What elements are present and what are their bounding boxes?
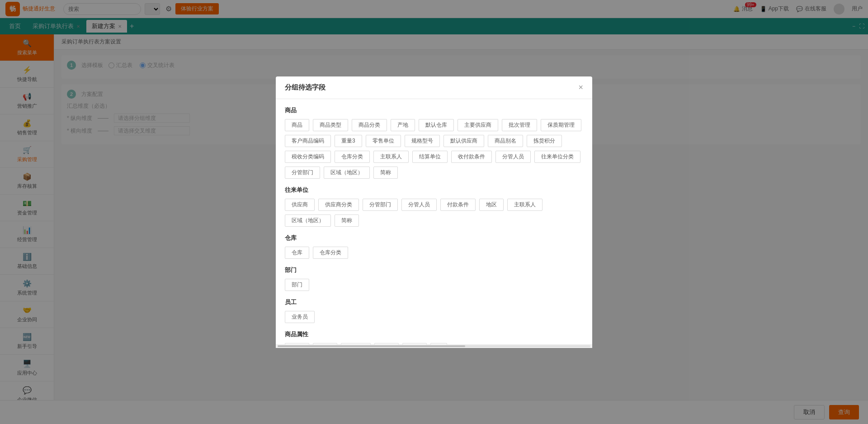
field-tag[interactable]: 保质期管理	[541, 119, 581, 131]
field-tag[interactable]: 仓库分类	[335, 151, 370, 163]
field-tag[interactable]: 部门	[285, 279, 309, 291]
field-tag[interactable]: 商品	[285, 119, 309, 131]
field-tag[interactable]: 收付款条件	[451, 151, 492, 163]
field-tag[interactable]: 分管部门	[363, 199, 398, 211]
field-section-仓库: 仓库仓库仓库分类	[285, 234, 583, 259]
modal-title: 分组待选字段	[285, 83, 326, 92]
field-tag[interactable]: 重量3	[335, 135, 362, 147]
field-tag[interactable]: 产地	[391, 119, 415, 131]
field-tag[interactable]: 仓库	[285, 247, 309, 259]
field-tag[interactable]: 仓库分类	[313, 247, 348, 259]
section-title: 员工	[285, 298, 583, 306]
field-tag[interactable]: 结算单位	[412, 151, 448, 163]
modal-overlay: 分组待选字段 × 商品商品商品类型商品分类产地默认仓库主要供应商批次管理保质期管…	[0, 0, 868, 424]
modal-close-btn[interactable]: ×	[578, 83, 583, 92]
field-tag[interactable]: 商品类型	[313, 119, 348, 131]
field-tags: 商品商品类型商品分类产地默认仓库主要供应商批次管理保质期管理客户商品编码重量3零…	[285, 119, 583, 179]
field-tag[interactable]: 默认供应商	[443, 135, 484, 147]
field-section-商品属性: 商品属性属性颜色多规格尺码鞋码1	[285, 330, 583, 345]
hscroll-thumb	[278, 345, 465, 347]
modal-header: 分组待选字段 ×	[276, 76, 592, 99]
field-tag[interactable]: 分管人员	[401, 199, 437, 211]
field-section-员工: 员工业务员	[285, 298, 583, 323]
field-tag[interactable]: 主联系人	[507, 199, 542, 211]
field-tag[interactable]: 供应商分类	[318, 199, 359, 211]
field-tag[interactable]: 简称	[335, 214, 359, 227]
section-title: 商品	[285, 106, 583, 114]
field-tag[interactable]: 地区	[479, 199, 504, 211]
field-section-往来单位: 往来单位供应商供应商分类分管部门分管人员付款条件地区主联系人区域（地区）简称	[285, 186, 583, 227]
field-tag[interactable]: 往来单位分类	[534, 151, 580, 163]
modal-hscroll[interactable]	[276, 344, 592, 348]
section-title: 商品属性	[285, 330, 583, 338]
section-title: 仓库	[285, 234, 583, 242]
field-tag[interactable]: 区域（地区）	[285, 214, 331, 227]
field-tag[interactable]: 付款条件	[440, 199, 476, 211]
field-tag[interactable]: 主联系人	[373, 151, 409, 163]
field-tag[interactable]: 区域（地区）	[324, 167, 370, 179]
field-tag[interactable]: 分管部门	[285, 167, 320, 179]
section-title: 部门	[285, 266, 583, 274]
hscroll-track	[278, 345, 590, 347]
field-tag[interactable]: 分管人员	[495, 151, 531, 163]
field-tag[interactable]: 拣货积分	[527, 135, 562, 147]
field-tag[interactable]: 客户商品编码	[285, 135, 331, 147]
field-section-部门: 部门部门	[285, 266, 583, 291]
field-tag[interactable]: 默认仓库	[419, 119, 454, 131]
field-tag[interactable]: 简称	[373, 167, 398, 179]
field-tag[interactable]: 业务员	[285, 311, 315, 323]
field-tags: 供应商供应商分类分管部门分管人员付款条件地区主联系人区域（地区）简称	[285, 199, 583, 227]
modal-body: 商品商品商品类型商品分类产地默认仓库主要供应商批次管理保质期管理客户商品编码重量…	[276, 99, 592, 345]
field-tag[interactable]: 批次管理	[502, 119, 537, 131]
field-tag[interactable]: 规格型号	[405, 135, 440, 147]
field-tag[interactable]: 零售单位	[366, 135, 401, 147]
field-tag[interactable]: 供应商	[285, 199, 315, 211]
field-tag[interactable]: 商品别名	[488, 135, 523, 147]
field-tag[interactable]: 商品分类	[352, 119, 387, 131]
field-select-modal: 分组待选字段 × 商品商品商品类型商品分类产地默认仓库主要供应商批次管理保质期管…	[276, 76, 592, 348]
field-section-商品: 商品商品商品类型商品分类产地默认仓库主要供应商批次管理保质期管理客户商品编码重量…	[285, 106, 583, 179]
field-tags: 业务员	[285, 311, 583, 323]
field-tags: 部门	[285, 279, 583, 291]
field-tag[interactable]: 主要供应商	[458, 119, 498, 131]
section-title: 往来单位	[285, 186, 583, 194]
field-tags: 仓库仓库分类	[285, 247, 583, 259]
field-tag[interactable]: 税收分类编码	[285, 151, 331, 163]
